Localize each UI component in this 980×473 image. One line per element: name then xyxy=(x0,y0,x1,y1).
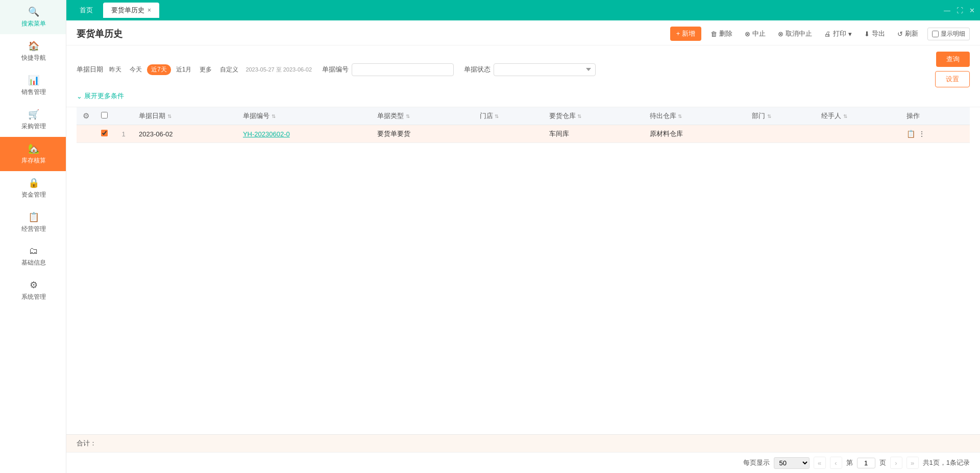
sidebar-label-basic-info: 基础信息 xyxy=(21,258,46,267)
window-close-btn[interactable]: ✕ xyxy=(969,7,975,14)
total-label: 合计： xyxy=(77,439,96,447)
stop-button[interactable]: ⊗ 中止 xyxy=(742,27,769,40)
sidebar-item-sales[interactable]: 📊销售管理 xyxy=(0,68,66,103)
th-bill-no: 单据编号 ⇅ xyxy=(238,107,373,125)
th-date-sort-icon[interactable]: ⇅ xyxy=(167,113,172,119)
per-page-label: 每页显示 xyxy=(743,458,770,467)
sidebar-icon-quick-nav: 🏠 xyxy=(28,40,39,52)
bill-no-input[interactable] xyxy=(352,63,454,76)
shortcut-1month[interactable]: 近1月 xyxy=(173,64,195,75)
date-range-display: 2023-05-27 至 2023-06-02 xyxy=(246,66,312,74)
th-bill-no-sort-icon[interactable]: ⇅ xyxy=(272,113,276,119)
next-page-btn[interactable]: › xyxy=(890,457,902,469)
row-actions-0: 📋 ⋮ xyxy=(906,130,965,138)
th-index xyxy=(113,107,134,125)
th-bill-type: 单据类型 ⇅ xyxy=(372,107,474,125)
sidebar-item-quick-nav[interactable]: 🏠快捷导航 xyxy=(0,34,66,68)
sidebar-label-purchase: 采购管理 xyxy=(21,122,46,131)
add-button[interactable]: + 新增 xyxy=(670,27,701,41)
sidebar-label-inventory: 库存核算 xyxy=(21,156,46,165)
sidebar-label-system: 系统管理 xyxy=(21,293,46,301)
first-page-btn[interactable]: « xyxy=(814,457,826,469)
shortcut-today[interactable]: 今天 xyxy=(127,64,145,75)
page-label: 页 xyxy=(879,458,886,467)
th-handler-sort-icon[interactable]: ⇅ xyxy=(843,113,847,119)
row-req-warehouse-0: 车间库 xyxy=(544,125,645,143)
th-handler-label: 经手人 xyxy=(821,112,841,120)
date-label: 单据日期 xyxy=(77,65,103,74)
row-checkbox-0[interactable] xyxy=(101,130,108,136)
th-store: 门店 ⇅ xyxy=(475,107,544,125)
filter-row-1: 单据日期 昨天 今天 近7天 近1月 更多 自定义 2023-05-27 至 2… xyxy=(77,52,970,87)
delete-icon: 🗑 xyxy=(710,30,717,38)
sidebar-item-inventory[interactable]: 🏡库存核算 xyxy=(0,137,66,171)
th-department-sort-icon[interactable]: ⇅ xyxy=(767,113,771,119)
sidebar-item-operations[interactable]: 📋经营管理 xyxy=(0,205,66,240)
row-store-0 xyxy=(475,125,544,143)
refresh-button[interactable]: ↺ 刷新 xyxy=(894,27,921,40)
cancel-stop-icon: ⊗ xyxy=(778,30,783,38)
status-select[interactable] xyxy=(494,63,596,76)
row-edit-btn-0[interactable]: 📋 xyxy=(906,130,915,138)
row-bill-no-link-0[interactable]: YH-20230602-0 xyxy=(243,130,290,138)
table-row: 1 2023-06-02 YH-20230602-0 要货单要货 车间库 原材料… xyxy=(77,125,970,143)
display-detail-checkbox[interactable] xyxy=(932,31,939,37)
sidebar-item-finance[interactable]: 🔒资金管理 xyxy=(0,171,66,205)
filter-row-2: ⌄ 展开更多条件 xyxy=(77,91,970,101)
sidebar-item-system[interactable]: ⚙系统管理 xyxy=(0,273,66,308)
page-input-label: 第 xyxy=(846,458,853,467)
th-bill-type-label: 单据类型 xyxy=(377,112,404,120)
filter-status: 单据状态 xyxy=(464,63,596,76)
select-all-checkbox[interactable] xyxy=(101,112,108,119)
tab-bar-right: — ⛶ ✕ xyxy=(944,7,975,14)
expand-filter-button[interactable]: ⌄ 展开更多条件 xyxy=(77,91,124,101)
tab-home-label: 首页 xyxy=(80,6,93,15)
per-page-select[interactable]: 50 10 20 100 xyxy=(774,457,810,469)
filter-date: 单据日期 昨天 今天 近7天 近1月 更多 自定义 2023-05-27 至 2… xyxy=(77,64,312,75)
th-action: 操作 xyxy=(901,107,970,125)
window-maximize-btn[interactable]: ⛶ xyxy=(957,7,963,14)
shortcut-yesterday[interactable]: 昨天 xyxy=(106,64,125,75)
sidebar-icon-basic-info: 🗂 xyxy=(29,246,38,256)
shortcut-7days[interactable]: 近7天 xyxy=(147,64,171,75)
page-number-input[interactable] xyxy=(857,458,875,468)
display-detail-button[interactable]: 显示明细 xyxy=(927,28,970,40)
page-title: 要货单历史 xyxy=(77,28,122,40)
sidebar-label-finance: 资金管理 xyxy=(21,191,46,199)
query-button[interactable]: 查询 xyxy=(936,52,970,67)
row-more-btn-0[interactable]: ⋮ xyxy=(918,130,925,138)
th-pending-warehouse-sort-icon[interactable]: ⇅ xyxy=(678,113,682,119)
print-button[interactable]: 🖨 打印 ▾ xyxy=(821,27,855,40)
last-page-btn[interactable]: » xyxy=(906,457,919,469)
row-actions-cell-0: 📋 ⋮ xyxy=(901,125,970,143)
window-minimize-btn[interactable]: — xyxy=(944,7,950,14)
add-label: + 新增 xyxy=(676,29,695,38)
sidebar-item-purchase[interactable]: 🛒采购管理 xyxy=(0,103,66,137)
sidebar: 🔍搜索菜单🏠快捷导航📊销售管理🛒采购管理🏡库存核算🔒资金管理📋经营管理🗂基础信息… xyxy=(0,0,66,473)
sidebar-icon-search: 🔍 xyxy=(28,6,39,17)
tab-active-label: 要货单历史 xyxy=(111,6,144,15)
th-department: 部门 ⇅ xyxy=(747,107,816,125)
delete-button[interactable]: 🗑 删除 xyxy=(707,27,736,40)
filter-actions: 查询 设置 xyxy=(935,52,970,87)
row-department-0 xyxy=(747,125,816,143)
th-req-warehouse-sort-icon[interactable]: ⇅ xyxy=(577,113,581,119)
shortcut-more[interactable]: 更多 xyxy=(197,64,215,75)
tab-active[interactable]: 要货单历史 × xyxy=(103,3,159,18)
cancel-stop-button[interactable]: ⊗ 取消中止 xyxy=(775,27,815,40)
th-bill-type-sort-icon[interactable]: ⇅ xyxy=(406,113,410,119)
sidebar-item-basic-info[interactable]: 🗂基础信息 xyxy=(0,240,66,273)
table-footer: 合计： xyxy=(66,434,980,452)
shortcut-custom[interactable]: 自定义 xyxy=(217,64,241,75)
th-date-label: 单据日期 xyxy=(139,112,165,120)
sidebar-item-search[interactable]: 🔍搜索菜单 xyxy=(0,0,66,34)
th-store-sort-icon[interactable]: ⇅ xyxy=(495,113,499,119)
export-button[interactable]: ⬇ 导出 xyxy=(861,27,888,40)
print-dropdown-icon: ▾ xyxy=(848,30,852,38)
table-settings-icon[interactable]: ⚙ xyxy=(83,111,89,120)
page-header: 要货单历史 + 新增 🗑 删除 ⊗ 中止 ⊗ 取消中止 🖨 xyxy=(66,20,980,45)
tab-home[interactable]: 首页 xyxy=(71,3,101,18)
tab-close-icon[interactable]: × xyxy=(148,7,151,14)
settings-button[interactable]: 设置 xyxy=(935,71,970,87)
prev-page-btn[interactable]: ‹ xyxy=(830,457,842,469)
